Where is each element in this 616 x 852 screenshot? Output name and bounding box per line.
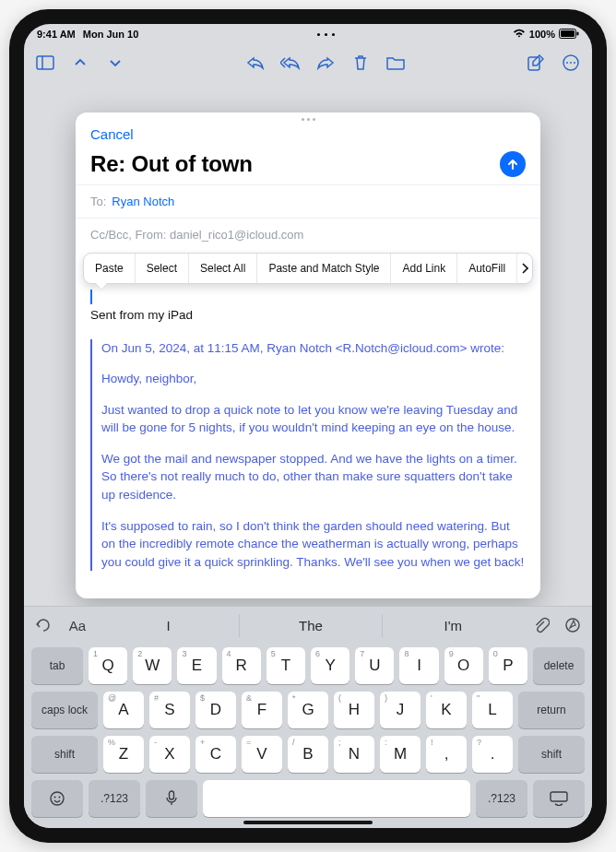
more-icon[interactable]	[561, 53, 581, 73]
suggestion-3[interactable]: I'm	[382, 614, 524, 637]
to-label: To:	[90, 195, 106, 208]
key-m[interactable]: :M	[380, 736, 421, 773]
menu-select-all[interactable]: Select All	[189, 254, 257, 283]
svg-point-11	[51, 792, 64, 805]
key-o[interactable]: 9O	[444, 647, 483, 684]
compose-body[interactable]: Sent from my iPad On Jun 5, 2024, at 11:…	[76, 286, 540, 598]
mic-icon	[165, 790, 178, 807]
cancel-button[interactable]: Cancel	[90, 123, 134, 151]
send-button[interactable]	[500, 151, 526, 177]
compose-sheet: Cancel Re: Out of town To: Ryan Notch Cc…	[76, 112, 540, 598]
quoted-message: On Jun 5, 2024, at 11:15 AM, Ryan Notch …	[90, 339, 526, 572]
key-b[interactable]: /B	[288, 736, 328, 773]
ccbcc-label: Cc/Bcc, From: daniel_rico1@icloud.com	[90, 228, 303, 242]
key-tab[interactable]: tab	[31, 647, 83, 684]
folder-icon[interactable]	[385, 53, 406, 73]
key-c[interactable]: +C	[195, 736, 236, 773]
key-g[interactable]: *G	[288, 692, 328, 728]
key-x[interactable]: -X	[149, 736, 190, 773]
edit-context-menu: Paste Select Select All Paste and Match …	[83, 253, 533, 284]
svg-point-8	[570, 62, 572, 64]
format-button[interactable]: Aa	[61, 618, 94, 633]
key-w[interactable]: 2W	[133, 647, 172, 684]
trash-icon[interactable]	[350, 53, 371, 73]
battery-percent: 100%	[529, 29, 555, 40]
quote-line: We got the mail and newspaper stopped. A…	[101, 450, 526, 504]
key-e[interactable]: 3E	[177, 647, 216, 684]
arrow-up-icon	[506, 158, 519, 171]
markup-icon[interactable]	[559, 611, 586, 639]
key-v[interactable]: =V	[242, 736, 282, 773]
key-delete[interactable]: delete	[533, 647, 585, 684]
key-period[interactable]: ?.	[472, 736, 513, 773]
suggestion-1[interactable]: I	[98, 614, 239, 637]
key-h[interactable]: (H	[334, 692, 374, 728]
menu-more-button[interactable]	[517, 254, 532, 283]
menu-paste[interactable]: Paste	[84, 254, 136, 283]
quote-line: Just wanted to drop a quick note to let …	[101, 401, 526, 437]
wifi-icon	[513, 29, 526, 40]
suggestion-2[interactable]: The	[239, 614, 381, 637]
status-time: 9:41 AM	[37, 29, 76, 40]
key-z[interactable]: %Z	[103, 736, 144, 773]
quote-header: On Jun 5, 2024, at 11:15 AM, Ryan Notch …	[101, 339, 526, 358]
key-l[interactable]: "L	[472, 692, 513, 728]
menu-paste-match[interactable]: Paste and Match Style	[257, 254, 391, 283]
emoji-icon	[49, 790, 65, 807]
key-emoji[interactable]	[31, 780, 83, 817]
key-f[interactable]: &F	[242, 692, 282, 728]
attachment-icon[interactable]	[527, 611, 555, 639]
svg-rect-15	[551, 792, 567, 801]
key-r[interactable]: 4R	[222, 647, 261, 684]
svg-point-7	[566, 62, 568, 64]
key-q[interactable]: 1Q	[89, 647, 127, 684]
svg-rect-14	[170, 791, 174, 799]
to-recipient[interactable]: Ryan Notch	[112, 195, 174, 208]
key-capslock[interactable]: caps lock	[31, 692, 98, 728]
battery-icon	[559, 29, 579, 41]
key-k[interactable]: 'K	[426, 692, 467, 728]
key-n[interactable]: ;N	[334, 736, 374, 773]
ccbcc-field[interactable]: Cc/Bcc, From: daniel_rico1@icloud.com	[76, 218, 540, 251]
key-symbols-right[interactable]: .?123	[476, 780, 527, 817]
status-date: Mon Jun 10	[83, 29, 139, 40]
reply-icon[interactable]	[245, 53, 266, 73]
key-a[interactable]: @A	[103, 692, 144, 728]
status-bar: 9:41 AM Mon Jun 10 100%	[24, 24, 592, 44]
key-shift-left[interactable]: shift	[31, 736, 98, 773]
key-dictation[interactable]	[146, 780, 197, 817]
key-comma[interactable]: !,	[426, 736, 467, 773]
multitask-dots-icon[interactable]	[317, 33, 335, 36]
screen: 9:41 AM Mon Jun 10 100%	[24, 24, 592, 828]
key-hide-keyboard[interactable]	[533, 780, 585, 817]
chevron-right-icon	[521, 263, 528, 274]
key-return[interactable]: return	[518, 692, 585, 728]
key-i[interactable]: 8I	[399, 647, 438, 684]
forward-icon[interactable]	[315, 53, 336, 73]
quote-line: It's supposed to rain, so I don't think …	[101, 517, 526, 572]
menu-autofill[interactable]: AutoFill	[457, 254, 517, 283]
key-u[interactable]: 7U	[355, 647, 394, 684]
sidebar-toggle-icon[interactable]	[35, 53, 55, 73]
home-indicator[interactable]	[243, 821, 373, 824]
key-s[interactable]: #S	[149, 692, 190, 728]
chevron-up-icon[interactable]	[70, 53, 90, 73]
undo-icon[interactable]	[30, 611, 57, 639]
sheet-grabber-icon[interactable]	[76, 112, 540, 121]
menu-select[interactable]: Select	[136, 254, 189, 283]
key-space[interactable]	[203, 780, 470, 817]
key-d[interactable]: $D	[195, 692, 236, 728]
menu-add-link[interactable]: Add Link	[391, 254, 457, 283]
svg-point-10	[566, 619, 579, 632]
key-y[interactable]: 6Y	[311, 647, 349, 684]
key-t[interactable]: 5T	[267, 647, 305, 684]
reply-all-icon[interactable]	[280, 53, 301, 73]
compose-icon[interactable]	[526, 53, 546, 73]
key-shift-right[interactable]: shift	[518, 736, 585, 773]
chevron-down-icon[interactable]	[105, 53, 125, 73]
key-symbols-left[interactable]: .?123	[89, 780, 140, 817]
to-field[interactable]: To: Ryan Notch	[76, 184, 540, 218]
suggestion-bar: Aa I The I'm	[24, 607, 592, 644]
key-p[interactable]: 0P	[489, 647, 527, 684]
key-j[interactable]: )J	[380, 692, 421, 728]
